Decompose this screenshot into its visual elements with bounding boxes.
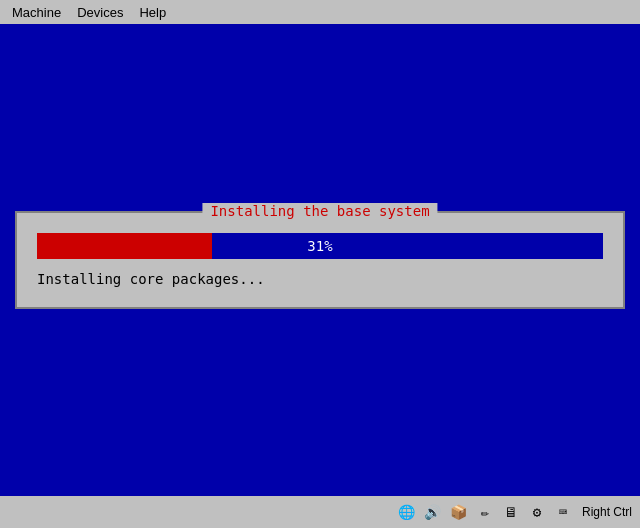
dialog-title: Installing the base system — [202, 203, 437, 219]
progress-bar-container: 31% — [37, 233, 603, 259]
display-icon[interactable]: 🖥 — [500, 501, 522, 523]
edit-icon[interactable]: ✏️ — [474, 501, 496, 523]
settings-icon[interactable]: ⚙ — [526, 501, 548, 523]
menu-devices[interactable]: Devices — [69, 3, 131, 22]
status-text: Installing core packages... — [37, 271, 603, 287]
network-icon[interactable]: 🌐 — [396, 501, 418, 523]
taskbar: 🌐 🔊 📦 ✏️ 🖥 ⚙ ⌨ Right Ctrl — [0, 496, 640, 528]
menubar: Machine Devices Help — [0, 0, 640, 24]
usb-icon[interactable]: 📦 — [448, 501, 470, 523]
menu-machine[interactable]: Machine — [4, 3, 69, 22]
audio-icon[interactable]: 🔊 — [422, 501, 444, 523]
install-dialog: Installing the base system 31% Installin… — [15, 211, 625, 309]
right-ctrl-label: Right Ctrl — [582, 505, 632, 519]
progress-label: 31% — [37, 238, 603, 254]
main-area: Installing the base system 31% Installin… — [0, 24, 640, 496]
keyboard-icon[interactable]: ⌨ — [552, 501, 574, 523]
menu-help[interactable]: Help — [131, 3, 174, 22]
